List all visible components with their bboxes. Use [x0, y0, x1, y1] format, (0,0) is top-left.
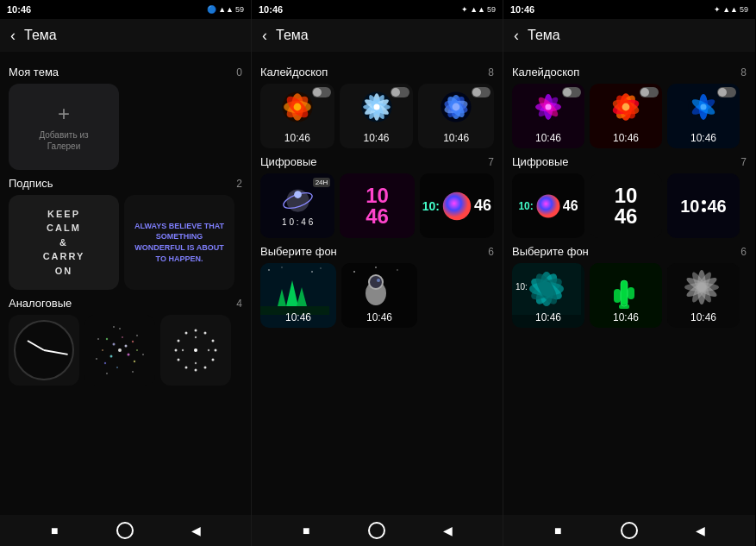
bg-card-p3-1[interactable]: 10: 10:46: [512, 263, 584, 328]
svg-point-32: [185, 332, 188, 335]
svg-point-37: [194, 348, 197, 352]
p3-kaleido-row: 10:46 10:46: [512, 84, 747, 148]
kaleido-time-p2-2: 10:46: [363, 132, 389, 144]
svg-rect-109: [628, 287, 634, 299]
plus-icon: +: [58, 102, 70, 126]
astronaut-svg: [341, 263, 410, 315]
svg-point-23: [212, 340, 215, 342]
bg-card-p2-1[interactable]: 10:46: [260, 263, 336, 328]
svg-point-9: [122, 336, 123, 338]
toggle-p3-3[interactable]: [717, 87, 736, 97]
digit-card-p3-1[interactable]: 10: 46: [512, 173, 584, 238]
toggle-3[interactable]: [472, 87, 490, 97]
always-believe-text: ALWAYS BELIEVE THAT SOMETHING WONDERFUL …: [133, 221, 226, 264]
svg-point-6: [106, 338, 108, 340]
header-title-1: Тема: [24, 28, 57, 43]
header-title-3: Тема: [528, 28, 560, 43]
analog-card-1[interactable]: [9, 315, 79, 386]
nav-square-1[interactable]: ■: [42, 518, 66, 543]
kaleido-card-p2-2[interactable]: 10:46: [340, 84, 414, 148]
digit-card-p2-3[interactable]: 10: 46: [420, 173, 494, 238]
toggle-p3-1[interactable]: [562, 87, 581, 97]
svg-point-15: [142, 354, 144, 355]
svg-point-12: [102, 349, 103, 351]
analog-count: 4: [236, 298, 242, 310]
digit-card-p3-3[interactable]: 10 46: [667, 173, 740, 238]
panel-2: 10:46 ✦ ▲▲ 59 ‹ Тема Калейдоскоп 8: [252, 0, 503, 546]
24h-badge: 24H: [313, 178, 331, 187]
analog-card-3[interactable]: [160, 315, 231, 386]
my-theme-title: Моя тема: [9, 66, 59, 78]
back-button-2[interactable]: ‹: [262, 27, 267, 45]
nav-back-1[interactable]: ◀: [184, 518, 209, 543]
toggle-2[interactable]: [390, 87, 409, 97]
p3-big-time: 10 46: [615, 185, 638, 227]
wifi-icon-3: ▲▲: [722, 5, 738, 14]
p2-kaleido-title: Калейдоскоп: [260, 66, 328, 78]
svg-point-26: [204, 367, 207, 369]
analog-card-2[interactable]: [84, 315, 155, 386]
digit-card-p2-2[interactable]: 10 46: [340, 173, 414, 238]
digit-card-p3-2[interactable]: 10 46: [590, 173, 662, 238]
kaleido-card-p3-3[interactable]: 10:46: [667, 84, 740, 148]
nav-home-3[interactable]: [621, 522, 638, 539]
kaleido-art-3: [437, 88, 475, 126]
p2-digital-row: 24H 1 0 : 4 6 10 46 10:: [260, 173, 494, 238]
p3-bg-title: Выберите фон: [512, 245, 589, 258]
back-button-1[interactable]: ‹: [10, 27, 16, 45]
kaleido-art-2: [358, 88, 396, 126]
svg-point-31: [178, 340, 180, 342]
toggle-1[interactable]: [312, 87, 331, 97]
svg-point-66: [311, 271, 313, 273]
add-from-gallery-card[interactable]: + Добавить изГалереи: [9, 84, 119, 170]
nav-square-3[interactable]: ■: [546, 518, 570, 543]
kaleido-card-p3-1[interactable]: 10:46: [512, 84, 584, 148]
svg-point-17: [106, 373, 108, 374]
kaleido-time-p3-3: 10:46: [690, 132, 716, 144]
kaleido-time-p2-3: 10:46: [443, 132, 469, 144]
p2-kaleido-count: 8: [488, 66, 494, 78]
back-button-3[interactable]: ‹: [514, 27, 519, 45]
header-title-2: Тема: [276, 28, 309, 43]
subscription-header: Подпись 2: [9, 177, 242, 190]
nav-back-3[interactable]: ◀: [689, 518, 713, 543]
panel-2-content: Калейдоскоп 8 10:46: [252, 52, 503, 515]
nav-square-2[interactable]: ■: [294, 518, 318, 543]
bg-card-p2-2[interactable]: 10:46: [341, 263, 417, 328]
nav-home-2[interactable]: [368, 522, 385, 539]
p2-digital-title: Цифровые: [260, 155, 317, 168]
p3-bg-row: 10: 10:46 10:46: [512, 263, 747, 328]
svg-point-5: [132, 341, 134, 342]
cactus-svg: [590, 263, 659, 315]
panel-3: 10:46 ✦ ▲▲ 59 ‹ Тема Калейдоскоп 8: [503, 0, 755, 546]
nav-back-2[interactable]: ◀: [436, 518, 460, 543]
kaleido-card-p3-2[interactable]: 10:46: [590, 84, 662, 148]
nav-home-1[interactable]: [116, 522, 134, 539]
svg-point-11: [136, 349, 138, 351]
kaleido-card-p2-3[interactable]: 10:46: [418, 84, 494, 148]
svg-point-79: [377, 279, 380, 282]
digit-card-p2-1[interactable]: 24H 1 0 : 4 6: [260, 173, 334, 238]
status-time-3: 10:46: [510, 4, 534, 15]
svg-point-16: [132, 371, 134, 373]
svg-point-28: [185, 367, 188, 369]
kaleido-card-p2-1[interactable]: 10:46: [260, 84, 334, 148]
bg-card-p3-3[interactable]: 10:46: [667, 263, 740, 328]
battery-icon: 59: [235, 5, 244, 14]
kaleido-art-p3-3: [684, 88, 722, 126]
header-2: ‹ Тема: [252, 19, 503, 52]
keep-calm-card[interactable]: KEEPCALM&CARRYON: [9, 195, 119, 290]
svg-point-22: [204, 332, 207, 335]
svg-rect-107: [621, 280, 628, 306]
svg-point-51: [373, 104, 379, 110]
status-icons-1: 🔵 ▲▲ 59: [207, 5, 244, 14]
svg-point-0: [118, 348, 122, 352]
toggle-p3-2[interactable]: [640, 87, 659, 97]
gradient-time-display: 10: 46: [422, 191, 491, 222]
bg-card-p3-2[interactable]: 10:46: [590, 263, 662, 328]
subscription-row: KEEPCALM&CARRYON ALWAYS BELIEVE THAT SOM…: [9, 195, 242, 290]
svg-point-33: [195, 336, 197, 338]
status-bar-3: 10:46 ✦ ▲▲ 59: [503, 0, 755, 19]
bluetooth-icon-2: ✦: [461, 5, 468, 14]
always-believe-card[interactable]: ALWAYS BELIEVE THAT SOMETHING WONDERFUL …: [124, 195, 234, 290]
